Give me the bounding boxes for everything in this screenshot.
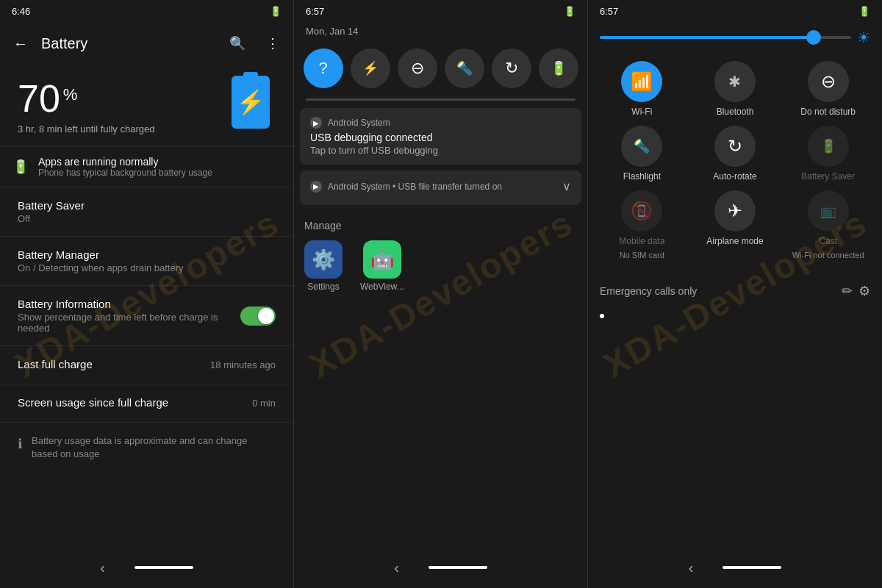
- qs-tile-flashlight[interactable]: 🔦 Flashlight: [600, 126, 684, 182]
- emergency-settings-icon[interactable]: ⚙: [858, 283, 870, 299]
- qs-dnd-icon: ⊖: [808, 61, 849, 102]
- qs-autorotate-label: Auto-rotate: [713, 171, 756, 182]
- qs-autorotate-icon: ↻: [714, 126, 756, 167]
- qs-mobile-data-icon: 📵: [621, 190, 662, 232]
- screen-usage-value: 0 min: [252, 398, 276, 409]
- manage-app-webview[interactable]: 🤖 WebView...: [360, 240, 404, 292]
- battery-visual-icon: ⚡: [232, 76, 276, 135]
- qs-flashlight-label: Flashlight: [623, 171, 661, 182]
- qs-wifi-label: Wi-Fi: [631, 107, 652, 117]
- nav-bar-panel2: ‹: [294, 547, 587, 588]
- toolbar-panel1: ← Battery 🔍 ⋮: [0, 23, 293, 64]
- back-button-panel1[interactable]: ←: [6, 29, 35, 58]
- battery-icon-panel1: 🔋: [270, 6, 282, 17]
- qs-airplane-label: Airplane mode: [706, 236, 763, 246]
- battery-icon-panel3: 🔋: [858, 6, 870, 17]
- qs-bluetooth-icon: ✱: [714, 61, 756, 102]
- notif-body-1: Tap to turn off USB debugging: [310, 145, 571, 156]
- brightness-bar[interactable]: [600, 36, 851, 39]
- more-button[interactable]: ⋮: [258, 29, 287, 58]
- quick-tile-flashlight[interactable]: 🔦: [445, 49, 484, 88]
- battery-percentage-display: 70%: [18, 76, 154, 121]
- battery-info-toggle[interactable]: [240, 306, 276, 326]
- qs-tile-battery-saver[interactable]: 🔋 Battery Saver: [786, 126, 870, 182]
- manage-section: Manage ⚙️ Settings 🤖 WebView...: [294, 208, 587, 298]
- qs-cast-sublabel: Wi-Fi not connected: [792, 251, 864, 259]
- webview-app-icon: 🤖: [363, 240, 401, 279]
- notif-app-icon-1: ▶: [310, 117, 322, 129]
- notifications-panel: XDA-Developers 6:57 🔋 Mon, Jan 14 ? ⚡ ⊖ …: [294, 0, 588, 588]
- quick-tile-autorotate[interactable]: ↻: [492, 49, 531, 88]
- brightness-sun-icon: ☀: [857, 29, 870, 46]
- status-bar-panel3: 6:57 🔋: [588, 0, 882, 23]
- settings-app-icon: ⚙️: [304, 240, 343, 279]
- brightness-row: ☀: [588, 23, 882, 52]
- battery-manager-sub: On / Detecting when apps drain battery: [18, 262, 183, 273]
- qs-tile-autorotate[interactable]: ↻ Auto-rotate: [693, 126, 778, 182]
- notification-usb-debug[interactable]: ▶ Android System USB debugging connected…: [300, 108, 581, 165]
- battery-settings-list: Battery Saver Off Battery Manager On / D…: [0, 187, 293, 547]
- emergency-edit-icon[interactable]: ✏: [842, 283, 853, 299]
- manage-title: Manage: [304, 220, 577, 232]
- battery-information-item[interactable]: Battery Information Show percentage and …: [0, 285, 293, 345]
- qs-mobile-data-label: Mobile data: [619, 236, 664, 246]
- qs-tile-bluetooth[interactable]: ✱ Bluetooth: [693, 61, 778, 117]
- qs-tile-mobile-data[interactable]: 📵 Mobile data No SIM card: [600, 190, 684, 259]
- qs-tile-dnd[interactable]: ⊖ Do not disturb: [786, 61, 870, 117]
- battery-info-disclaimer: ℹ Battery usage data is approximate and …: [0, 422, 293, 473]
- nav-back-panel1[interactable]: ‹: [100, 559, 105, 576]
- qs-tile-cast[interactable]: 📺 Cast Wi-Fi not connected: [786, 190, 870, 259]
- battery-saver-title: Battery Saver: [18, 199, 85, 212]
- notif-title-1: USB debugging connected: [310, 132, 571, 143]
- last-full-charge-item: Last full charge 18 minutes ago: [0, 345, 293, 384]
- qs-battery-saver-icon: 🔋: [808, 126, 849, 167]
- nav-pill-panel2[interactable]: [429, 566, 487, 569]
- time-panel1: 6:46: [12, 6, 30, 17]
- nav-bar-panel1: ‹: [0, 547, 293, 588]
- emergency-bar: Emergency calls only ✏ ⚙: [588, 274, 882, 308]
- notif-app-name-1: Android System: [328, 118, 571, 128]
- qs-dnd-label: Do not disturb: [800, 107, 856, 117]
- manage-app-settings[interactable]: ⚙️ Settings: [304, 240, 343, 292]
- qs-tile-airplane[interactable]: ✈ Airplane mode: [693, 190, 778, 259]
- nav-pill-panel1[interactable]: [135, 566, 193, 569]
- quick-tile-unknown[interactable]: ?: [304, 49, 343, 88]
- lock-dot: [600, 314, 604, 318]
- qs-bluetooth-label: Bluetooth: [717, 107, 754, 117]
- qs-flashlight-icon: 🔦: [621, 126, 662, 167]
- divider-p2: [306, 98, 576, 101]
- brightness-thumb[interactable]: [806, 30, 821, 45]
- battery-saver-item[interactable]: Battery Saver Off: [0, 187, 293, 236]
- quick-tiles-row: ? ⚡ ⊖ 🔦 ↻ 🔋: [294, 43, 587, 94]
- qs-battery-saver-label: Battery Saver: [801, 171, 855, 182]
- nav-back-panel2[interactable]: ‹: [394, 559, 399, 576]
- quick-tile-battery[interactable]: 🔋: [539, 49, 578, 88]
- page-title: Battery: [41, 35, 217, 52]
- qs-tile-wifi[interactable]: 📶 Wi-Fi: [600, 61, 684, 117]
- notification-usb-transfer[interactable]: ▶ Android System • USB file transfer tur…: [300, 171, 581, 205]
- brightness-fill: [600, 36, 814, 39]
- status-bar-panel1: 6:46 🔋: [0, 0, 293, 23]
- battery-hero: 70% 3 hr, 8 min left until fully charged…: [0, 64, 293, 146]
- qs-cast-label: Cast: [819, 236, 837, 246]
- quick-settings-grid: 📶 Wi-Fi ✱ Bluetooth ⊖ Do not disturb 🔦 F…: [588, 52, 882, 268]
- notif-expand-icon[interactable]: ∨: [562, 179, 571, 193]
- qs-cast-icon: 📺: [808, 190, 849, 232]
- notif-app-name-2: Android System • USB file transfer turne…: [328, 182, 556, 192]
- time-panel3: 6:57: [600, 6, 618, 17]
- battery-status-main: Apps are running normally: [38, 156, 282, 168]
- screen-usage-title: Screen usage since full charge: [18, 396, 168, 409]
- battery-manager-item[interactable]: Battery Manager On / Detecting when apps…: [0, 236, 293, 285]
- webview-app-label: WebView...: [360, 282, 404, 292]
- manage-apps-row: ⚙️ Settings 🤖 WebView...: [304, 240, 577, 292]
- nav-back-panel3[interactable]: ‹: [689, 559, 694, 576]
- quick-tile-dnd[interactable]: ⊖: [398, 49, 437, 88]
- quick-settings-panel: XDA-Developers 6:57 🔋 ☀ 📶 Wi-Fi ✱ Blueto…: [588, 0, 882, 588]
- date-label: Mon, Jan 14: [294, 23, 587, 43]
- nav-pill-panel3[interactable]: [723, 566, 781, 569]
- battery-information-sub: Show percentage and time left before cha…: [18, 312, 240, 334]
- status-bar-panel2: 6:57 🔋: [294, 0, 587, 23]
- quick-tile-bluetooth[interactable]: ⚡: [351, 49, 390, 88]
- search-button[interactable]: 🔍: [223, 29, 252, 58]
- battery-status-row: 🔋 Apps are running normally Phone has ty…: [0, 146, 293, 187]
